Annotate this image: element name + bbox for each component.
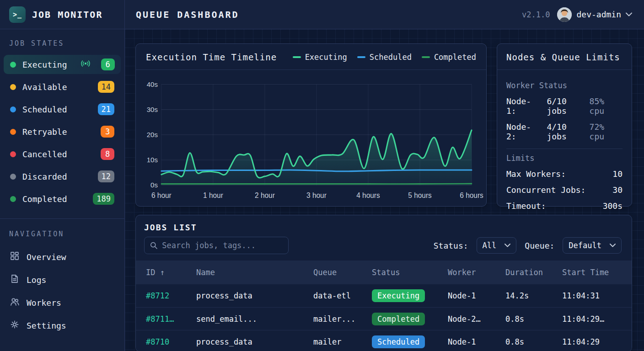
user-avatar[interactable] <box>557 7 572 22</box>
jobs-list-card: JOBS LIST Status: All <box>135 215 632 351</box>
job-worker: Node-2… <box>448 314 505 324</box>
x-tick-label: 6 hours <box>460 191 483 199</box>
job-start: 11:04:29 <box>562 337 632 346</box>
queue-filter-label: Queue: <box>525 241 554 250</box>
jobs-search[interactable] <box>144 237 289 254</box>
nav-label: Settings <box>27 321 66 330</box>
sidebar-state-retryable[interactable]: Retryable3 <box>4 122 121 141</box>
legend-scheduled[interactable]: Scheduled <box>357 53 412 62</box>
chart-body: 0s10s20s30s40s6 hour1 hour2 hour3 hour4 … <box>136 70 486 206</box>
state-label: Discarded <box>22 172 67 181</box>
chevron-down-icon <box>504 244 510 247</box>
column-header-name[interactable]: Name <box>196 268 313 277</box>
sidebar-state-available[interactable]: Available14 <box>4 77 121 96</box>
state-count-badge: 8 <box>101 148 114 160</box>
status-filter-value: All <box>483 241 497 250</box>
column-header-status[interactable]: Status <box>372 268 448 277</box>
table-row[interactable]: #8711…send_email...mailer...CompletedNod… <box>136 307 632 330</box>
state-label: Scheduled <box>22 105 67 114</box>
sidebar: JOB STATES Executing6Available14Schedule… <box>0 29 125 351</box>
node-jobs: 4/10 jobs <box>547 122 589 141</box>
y-tick-label: 30s <box>147 106 158 113</box>
column-header-duration[interactable]: Duration <box>505 268 562 277</box>
sidebar-state-scheduled[interactable]: Scheduled21 <box>4 100 121 119</box>
state-count-badge: 14 <box>98 81 114 93</box>
job-id-link[interactable]: #8710 <box>146 337 196 346</box>
jobs-filters: Status: All Queue: Default <box>434 237 622 254</box>
column-header-queue[interactable]: Queue <box>313 268 372 277</box>
sidebar-nav-settings[interactable]: Settings <box>0 314 124 337</box>
topbar-right: v2.1.0 dev-admin <box>522 7 644 22</box>
job-states-list: Executing6Available14Scheduled21Retryabl… <box>0 55 124 208</box>
x-tick-label: 4 hours <box>356 191 380 199</box>
document-icon <box>10 274 19 285</box>
queue-filter-select[interactable]: Default <box>563 237 622 254</box>
sidebar-state-executing[interactable]: Executing6 <box>4 55 121 74</box>
chart-legend: ExecutingScheduledCompleted <box>293 53 476 62</box>
job-queue: mailer... <box>313 314 372 324</box>
nodes-card-title: Nodes & Queue Limits <box>506 52 623 62</box>
column-header-start-time[interactable]: Start Time <box>562 268 632 277</box>
status-badge: Executing <box>372 289 425 302</box>
sidebar-nav-overview[interactable]: Overview <box>0 245 124 268</box>
gear-icon <box>10 320 19 331</box>
limit-label: Max Workers: <box>506 169 566 179</box>
sidebar-state-cancelled[interactable]: Cancelled8 <box>4 144 121 164</box>
state-count-badge: 189 <box>93 193 114 205</box>
state-dot <box>10 106 16 112</box>
table-row[interactable]: #8710process_datamailerScheduledNode-10.… <box>136 330 632 351</box>
column-header-worker[interactable]: Worker <box>448 268 505 277</box>
completed-line <box>161 184 472 184</box>
user-name: dev-admin <box>576 10 621 19</box>
nodes-card: Nodes & Queue Limits Worker Status Node-… <box>497 43 632 207</box>
node-cpu: 85% cpu <box>590 96 623 116</box>
search-input[interactable] <box>162 241 283 250</box>
job-name: send_email... <box>196 314 313 324</box>
state-dot <box>10 129 16 135</box>
job-duration: 0.8s <box>505 314 562 324</box>
limit-value: 10 <box>612 169 623 179</box>
navigation-list: OverviewLogsWorkersSettings <box>0 245 124 337</box>
chevron-down-icon <box>626 12 632 16</box>
user-menu[interactable]: dev-admin <box>557 7 632 22</box>
legend-executing[interactable]: Executing <box>293 53 347 62</box>
live-signal-icon <box>80 60 91 69</box>
job-name: process_data <box>196 337 313 346</box>
job-status: Scheduled <box>372 335 448 348</box>
job-duration: 0.8s <box>505 337 562 346</box>
legend-label: Executing <box>305 53 347 62</box>
job-status: Executing <box>372 289 448 302</box>
legend-label: Completed <box>434 53 476 62</box>
status-filter-label: Status: <box>434 241 468 250</box>
state-label: Executing <box>22 60 67 69</box>
y-tick-label: 20s <box>147 131 158 138</box>
job-worker: Node-1 <box>448 337 505 346</box>
sidebar-state-completed[interactable]: Completed189 <box>4 189 121 208</box>
state-label: Completed <box>22 194 67 204</box>
node-status-row: Node-2: 4/10 jobs 72% cpu <box>506 122 623 141</box>
app-logo: >_ JOB MONITOR <box>0 0 125 29</box>
column-header-id[interactable]: ID ↑ <box>146 268 196 277</box>
jobs-table-header: ID ↑NameQueueStatusWorkerDurationStart T… <box>136 261 632 284</box>
limit-value: 30 <box>612 185 623 195</box>
avatar-image <box>557 7 572 22</box>
legend-swatch <box>357 56 365 58</box>
sidebar-state-discarded[interactable]: Discarded12 <box>4 167 121 186</box>
state-count-badge: 3 <box>101 126 114 138</box>
sidebar-nav-logs[interactable]: Logs <box>0 268 124 291</box>
job-id-link[interactable]: #8711… <box>146 314 196 324</box>
y-tick-label: 0s <box>150 181 158 189</box>
limit-label: Timeout: <box>506 201 546 211</box>
x-tick-label: 1 hour <box>203 191 223 199</box>
limit-row: Max Workers: 10 <box>506 169 623 179</box>
legend-completed[interactable]: Completed <box>422 53 476 62</box>
state-label: Cancelled <box>22 149 67 159</box>
job-id-link[interactable]: #8712 <box>146 291 196 300</box>
x-tick-label: 6 hour <box>151 191 172 199</box>
sidebar-nav-workers[interactable]: Workers <box>0 291 124 314</box>
table-row[interactable]: #8712process_datadata-etlExecutingNode-1… <box>136 284 632 307</box>
terminal-icon: >_ <box>9 6 26 23</box>
status-badge: Scheduled <box>372 335 425 348</box>
status-filter-select[interactable]: All <box>477 237 517 254</box>
job-status: Completed <box>372 313 448 325</box>
